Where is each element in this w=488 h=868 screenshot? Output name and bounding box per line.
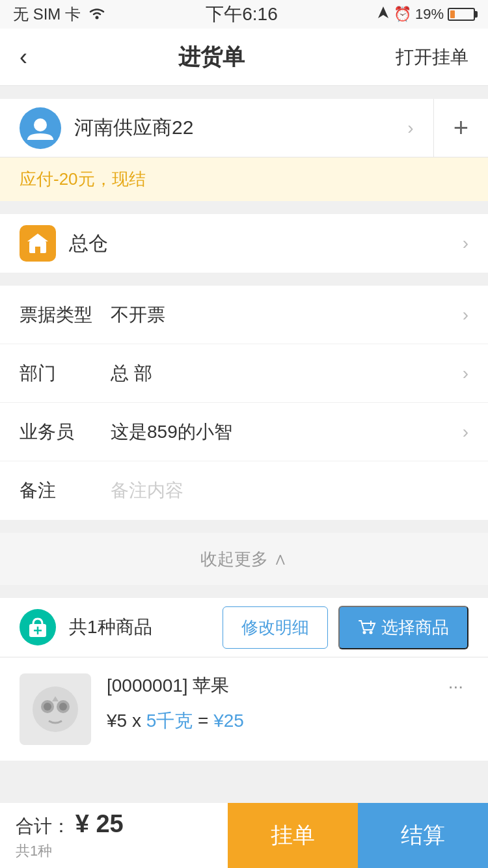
svg-marker-4 — [27, 234, 48, 241]
warehouse-section[interactable]: 总仓 › — [0, 214, 488, 273]
invoice-arrow-icon: › — [463, 305, 468, 325]
supplier-section: 河南供应商22 › + — [0, 99, 488, 157]
sales-arrow-icon: › — [463, 422, 468, 442]
total-value: ¥ 25 — [75, 810, 124, 837]
svg-point-9 — [363, 631, 366, 634]
unit-price: ¥5 — [107, 711, 127, 731]
equals-sign: = — [198, 711, 213, 731]
battery-percent: 19% — [415, 6, 444, 23]
product-header: 共1种商品 修改明细 选择商品 — [0, 598, 488, 657]
sales-value: 这是859的小智 — [111, 420, 463, 444]
invoice-value: 不开票 — [111, 303, 463, 327]
sales-row[interactable]: 业务员 这是859的小智 › — [0, 403, 488, 461]
settle-label: 结算 — [401, 821, 445, 850]
multiply-sign: x — [132, 711, 146, 731]
battery-icon — [448, 8, 475, 21]
modify-detail-button[interactable]: 修改明细 — [223, 606, 328, 649]
remark-label: 备注 — [20, 478, 98, 503]
carrier-text: 无 SIM 卡 — [13, 4, 81, 25]
supplier-name[interactable]: 河南供应商22 — [74, 115, 407, 141]
item-count: 共1种 — [16, 841, 212, 861]
invoice-label: 票据类型 — [20, 303, 98, 327]
bottom-bar: 合计： ¥ 25 共1种 挂单 结算 — [0, 803, 488, 868]
wifi-icon — [87, 5, 107, 23]
remark-placeholder[interactable]: 备注内容 — [111, 478, 468, 503]
dept-row[interactable]: 部门 总 部 › — [0, 344, 488, 403]
svg-point-13 — [33, 686, 78, 732]
svg-point-2 — [34, 118, 47, 131]
warehouse-name: 总仓 — [69, 230, 463, 257]
status-time: 下午6:16 — [206, 2, 278, 27]
product-name: [0000001] 苹果 — [107, 673, 443, 698]
status-left: 无 SIM 卡 — [13, 4, 107, 25]
product-title: 苹果 — [193, 675, 229, 696]
svg-point-16 — [44, 703, 51, 711]
dept-value: 总 部 — [111, 361, 463, 386]
add-supplier-button[interactable]: + — [433, 99, 468, 157]
status-bar: 无 SIM 卡 下午6:16 ⏰ 19% — [0, 0, 488, 29]
summary-section: 合计： ¥ 25 共1种 — [0, 803, 228, 868]
pending-button[interactable]: 挂单 — [228, 803, 358, 868]
product-code: [0000001] — [107, 675, 188, 696]
dept-label: 部门 — [20, 361, 98, 386]
location-icon — [377, 5, 390, 23]
select-product-button[interactable]: 选择商品 — [338, 606, 468, 649]
status-right: ⏰ 19% — [377, 5, 475, 23]
svg-rect-5 — [35, 247, 40, 253]
product-price: ¥5 x 5千克 = ¥25 — [107, 709, 443, 733]
supplier-arrow-icon: › — [407, 118, 413, 139]
warehouse-icon — [20, 225, 56, 262]
pending-label: 挂单 — [271, 821, 315, 850]
total-amount: 合计： ¥ 25 — [16, 810, 212, 839]
supplier-avatar — [20, 107, 61, 149]
cart-icon — [358, 619, 376, 635]
product-more-button[interactable]: ··· — [443, 673, 468, 699]
collapse-label: 收起更多 ∧ — [200, 548, 287, 571]
product-count: 共1种商品 — [69, 615, 223, 640]
invoice-row[interactable]: 票据类型 不开票 › — [0, 286, 488, 344]
svg-marker-1 — [378, 7, 388, 18]
section-gap-1 — [0, 86, 488, 99]
total-label: 合计： — [16, 816, 70, 836]
product-icon — [20, 609, 56, 645]
product-item: [0000001] 苹果 ¥5 x 5千克 = ¥25 ··· — [0, 658, 488, 761]
line-total: ¥25 — [213, 711, 244, 731]
svg-point-10 — [370, 631, 373, 634]
form-section: 票据类型 不开票 › 部门 总 部 › 业务员 这是859的小智 › 备注 备注… — [0, 286, 488, 520]
product-info: [0000001] 苹果 ¥5 x 5千克 = ¥25 — [107, 673, 443, 733]
remark-row[interactable]: 备注 备注内容 — [0, 461, 488, 520]
balance-notice: 应付-20元，现结 — [0, 157, 488, 201]
dept-arrow-icon: › — [463, 363, 468, 384]
svg-point-0 — [96, 16, 99, 20]
warehouse-arrow-icon: › — [463, 233, 468, 254]
back-button[interactable]: ‹ — [20, 44, 27, 71]
svg-point-17 — [59, 703, 67, 711]
sales-label: 业务员 — [20, 420, 98, 444]
quantity[interactable]: 5千克 — [146, 711, 193, 731]
product-thumbnail — [20, 673, 91, 745]
select-product-label: 选择商品 — [381, 616, 449, 639]
open-pending-button[interactable]: 打开挂单 — [396, 45, 468, 70]
collapse-button[interactable]: 收起更多 ∧ — [0, 533, 488, 585]
settle-button[interactable]: 结算 — [358, 803, 488, 868]
nav-bar: ‹ 进货单 打开挂单 — [0, 29, 488, 86]
alarm-icon: ⏰ — [394, 6, 411, 23]
page-title: 进货单 — [178, 42, 245, 72]
